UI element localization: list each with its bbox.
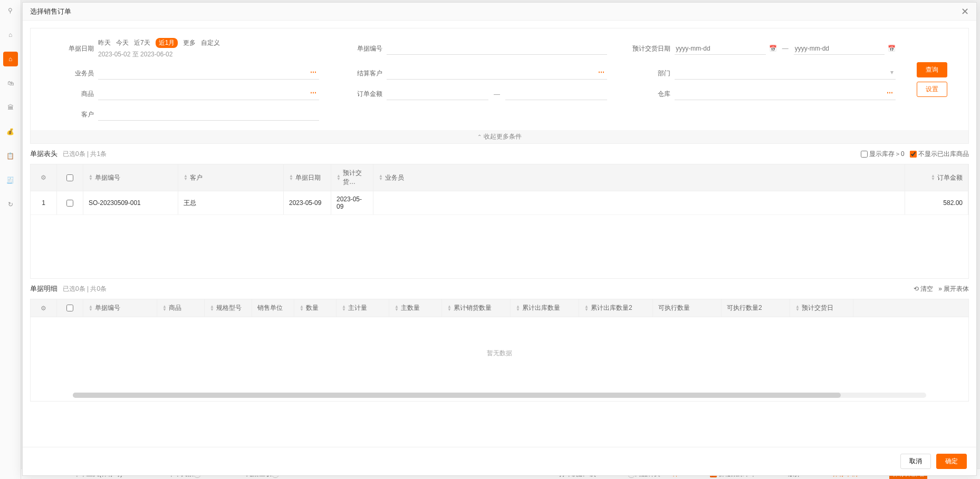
amount-to-input[interactable] [505,88,607,100]
col-delivery[interactable]: ▲▼预计交货… [331,164,373,191]
cell-code: SO-20230509-001 [83,191,178,214]
gear-col[interactable]: ⚙ [31,164,57,191]
date-quick-custom[interactable]: 自定义 [201,38,220,47]
header-table-title-row: 单据表头 已选0条 | 共1条 显示库存＞0 不显示已出库商品 [30,149,969,159]
expand-body-button[interactable]: »展开表体 [938,285,969,294]
dcol-cumout[interactable]: ▲▼累计出库数量 [511,299,579,317]
dcol-spec[interactable]: ▲▼规格型号 [205,299,252,317]
horizontal-scrollbar[interactable] [73,393,926,398]
col-customer[interactable]: ▲▼客户 [178,164,284,191]
dcol-exec[interactable]: 可执行数量 [653,299,722,317]
order-amount-field: 订单金额 — [340,88,608,100]
header-table-title: 单据表头 [30,149,57,159]
detail-table-head: ⚙ ▲▼单据编号 ▲▼商品 ▲▼规格型号 销售单位 ▲▼数量 ▲▼主计量 ▲▼主… [31,299,968,317]
close-icon[interactable]: ✕ [961,6,969,17]
cell-salesman [373,191,905,214]
cell-date: 2023-05-09 [284,191,331,214]
cell-customer: 王总 [178,191,284,214]
detail-table-title: 单据明细 [30,284,57,294]
cancel-button[interactable]: 取消 [900,454,931,469]
warehouse-input[interactable] [675,88,896,100]
dcol-exec2[interactable]: 可执行数量2 [722,299,790,317]
product-field: 商品 ⋯ [52,88,319,100]
dcol-product[interactable]: ▲▼商品 [157,299,205,317]
header-table: ⚙ ▲▼单据编号 ▲▼客户 ▲▼单据日期 ▲▼预计交货… ▲▼业务员 ▲▼订单金… [30,164,969,279]
clear-button[interactable]: ⟲清空 [914,285,933,294]
col-code[interactable]: ▲▼单据编号 [83,164,178,191]
select-all-col[interactable] [57,164,83,191]
hide-shipped-checkbox[interactable]: 不显示已出库商品 [910,150,969,159]
settings-button[interactable]: 设置 [917,82,947,97]
confirm-button[interactable]: 确定 [936,454,967,469]
cell-delivery: 2023-05-09 [331,191,373,214]
date-quick-more[interactable]: 更多 [183,38,196,47]
date-quick-today[interactable]: 今天 [116,38,129,47]
picker-icon[interactable]: ⋯ [598,69,605,76]
dcol-cumout2[interactable]: ▲▼累计出库数量2 [579,299,653,317]
dept-input[interactable] [675,67,896,80]
dcol-cumsale[interactable]: ▲▼累计销货数量 [442,299,511,317]
customer-input[interactable] [98,109,319,121]
picker-icon[interactable]: ⋯ [310,89,317,96]
row-checkbox[interactable] [57,191,83,214]
date-range-text: 2023-05-02 至 2023-06-02 [98,50,319,59]
customer-field: 客户 [52,109,319,121]
col-date[interactable]: ▲▼单据日期 [284,164,331,191]
salesman-input[interactable] [98,67,319,80]
dcol-main-unit[interactable]: ▲▼主计量 [337,299,389,317]
dcol-code[interactable]: ▲▼单据编号 [83,299,157,317]
doc-date-field: 单据日期 昨天 今天 近7天 近1月 更多 自定义 2023-05-02 至 2… [52,38,319,59]
query-button[interactable]: 查询 [917,62,947,77]
dcol-qty[interactable]: ▲▼数量 [294,299,337,317]
cell-amount: 582.00 [905,191,968,214]
warehouse-field: 仓库 ⋯ [628,88,896,100]
calendar-icon[interactable]: 📅 [769,45,777,52]
calendar-icon[interactable]: 📅 [888,45,896,52]
product-input[interactable] [98,88,319,100]
settlement-cust-field: 结算客户 ⋯ [340,67,608,80]
dept-field: 部门 ▾ [628,67,896,80]
gear-col[interactable]: ⚙ [31,299,57,317]
modal-footer: 取消 确定 [23,447,976,475]
chevron-down-icon[interactable]: ▾ [890,69,893,76]
delivery-to-input[interactable] [794,43,885,55]
doc-no-input[interactable] [387,43,608,55]
detail-table: ⚙ ▲▼单据编号 ▲▼商品 ▲▼规格型号 销售单位 ▲▼数量 ▲▼主计量 ▲▼主… [30,299,969,402]
row-index: 1 [31,191,57,214]
dcol-main-qty[interactable]: ▲▼主数量 [389,299,442,317]
col-amount[interactable]: ▲▼订单金额 [905,164,968,191]
amount-from-input[interactable] [387,88,488,100]
modal-title: 选择销售订单 [30,7,71,16]
select-all-col[interactable] [57,299,83,317]
settlement-cust-input[interactable] [387,67,608,80]
detail-empty-text: 暂无数据 [31,317,968,389]
dcol-unit[interactable]: 销售单位 [252,299,294,317]
gear-icon: ⚙ [41,174,46,181]
doc-no-field: 单据编号 [340,43,608,55]
header-table-head: ⚙ ▲▼单据编号 ▲▼客户 ▲▼单据日期 ▲▼预计交货… ▲▼业务员 ▲▼订单金… [31,164,968,191]
show-stock-checkbox[interactable]: 显示库存＞0 [861,150,905,159]
filter-panel: 单据日期 昨天 今天 近7天 近1月 更多 自定义 2023-05-02 至 2… [30,28,969,144]
modal-header: 选择销售订单 ✕ [23,3,976,21]
delivery-from-input[interactable] [675,43,765,55]
picker-icon[interactable]: ⋯ [310,69,317,76]
select-sales-order-modal: 选择销售订单 ✕ 单据日期 昨天 今天 近7天 近1月 [22,2,977,476]
dcol-delivery[interactable]: ▲▼预计交货日 [790,299,853,317]
date-quick-last7[interactable]: 近7天 [134,38,150,47]
date-quick-yesterday[interactable]: 昨天 [98,38,111,47]
gear-icon: ⚙ [41,305,46,312]
salesman-field: 业务员 ⋯ [52,67,319,80]
table-row[interactable]: 1 SO-20230509-001 王总 2023-05-09 2023-05-… [31,191,968,215]
detail-table-title-row: 单据明细 已选0条 | 共0条 ⟲清空 »展开表体 [30,284,969,294]
picker-icon[interactable]: ⋯ [887,89,893,96]
col-salesman[interactable]: ▲▼业务员 [373,164,905,191]
delivery-date-field: 预计交货日期 📅 — 📅 [628,43,896,55]
date-quick-last1mo[interactable]: 近1月 [156,38,178,48]
collapse-filters-button[interactable]: ⌃ 收起更多条件 [31,130,968,143]
